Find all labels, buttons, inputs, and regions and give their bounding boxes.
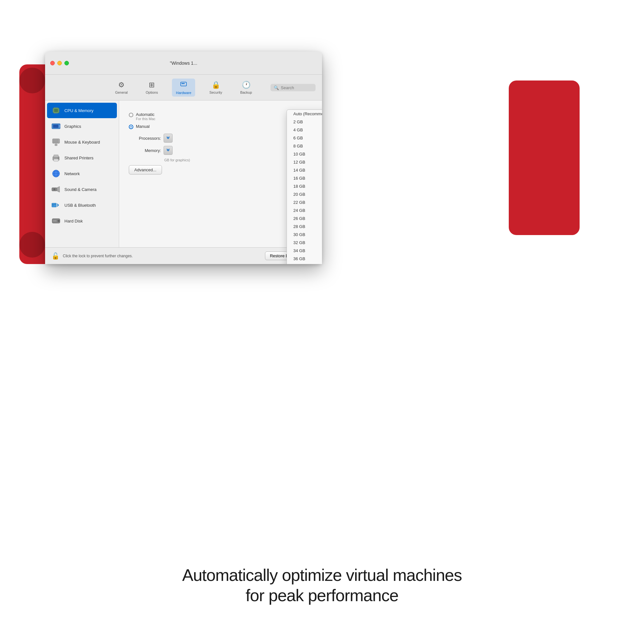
- toolbar-security-label: Security: [209, 90, 222, 94]
- toolbar-hardware-label: Hardware: [176, 91, 191, 95]
- search-input[interactable]: [281, 85, 312, 90]
- main-panel: Automatic For this Mac Manual Processors…: [119, 100, 322, 264]
- dropdown-item[interactable]: 4 GB: [287, 126, 322, 134]
- automatic-label: Automatic: [136, 112, 156, 117]
- dropdown-item[interactable]: 38 GB: [287, 263, 322, 264]
- memory-stepper[interactable]: [164, 146, 173, 155]
- svg-rect-18: [53, 125, 58, 128]
- toolbar-general[interactable]: ⚙ General: [111, 79, 131, 96]
- tagline: Automatically optimize virtual machines …: [0, 565, 644, 605]
- automatic-radio[interactable]: [129, 113, 133, 117]
- sidebar-item-sound[interactable]: Sound & Camera: [47, 182, 117, 197]
- usb-bluetooth-icon: [51, 200, 61, 210]
- memory-label: Memory:: [129, 148, 161, 153]
- dropdown-item[interactable]: 36 GB: [287, 255, 322, 263]
- decorative-red-right: [509, 81, 580, 235]
- sidebar-printers-label: Shared Printers: [64, 156, 93, 160]
- hard-disk-icon: [51, 216, 61, 226]
- sidebar-item-usb[interactable]: USB & Bluetooth: [47, 197, 117, 213]
- sidebar-usb-label: USB & Bluetooth: [64, 203, 96, 208]
- sidebar-cpu-label: CPU & Memory: [64, 108, 93, 113]
- svg-rect-44: [52, 205, 53, 206]
- sidebar-item-printers[interactable]: Shared Printers: [47, 150, 117, 166]
- decorative-circle-tl: [19, 68, 45, 93]
- svg-rect-4: [54, 109, 58, 112]
- dropdown-item[interactable]: 26 GB: [287, 214, 322, 223]
- svg-marker-40: [57, 186, 60, 192]
- dropdown-item[interactable]: 12 GB: [287, 158, 322, 166]
- sidebar-disk-label: Hard Disk: [64, 219, 83, 223]
- dropdown-item[interactable]: 30 GB: [287, 231, 322, 239]
- svg-rect-32: [54, 159, 58, 161]
- dropdown-item[interactable]: 24 GB: [287, 206, 322, 214]
- dropdown-item[interactable]: 6 GB: [287, 134, 322, 142]
- window-title: "Windows 1...: [50, 61, 317, 66]
- dropdown-item[interactable]: 18 GB: [287, 182, 322, 190]
- dropdown-item[interactable]: 32 GB: [287, 239, 322, 247]
- security-icon: 🔒: [212, 81, 220, 89]
- search-bar[interactable]: 🔍: [270, 84, 316, 91]
- search-icon: 🔍: [274, 85, 279, 90]
- toolbar-backup-label: Backup: [240, 90, 252, 94]
- dropdown-item[interactable]: 10 GB: [287, 150, 322, 158]
- printers-icon: [51, 153, 61, 163]
- toolbar: ⚙ General ⊞ Options Hardware 🔒 Security …: [45, 75, 322, 100]
- network-icon: [51, 168, 61, 179]
- sound-camera-icon: [51, 184, 61, 194]
- dropdown-item[interactable]: 16 GB: [287, 174, 322, 182]
- decorative-circle-bl: [19, 232, 45, 258]
- sidebar-sound-label: Sound & Camera: [64, 187, 97, 192]
- tagline-line2: for peak performance: [0, 585, 644, 605]
- sidebar-network-label: Network: [64, 171, 80, 176]
- svg-point-41: [53, 188, 55, 190]
- dropdown-item[interactable]: 20 GB: [287, 190, 322, 198]
- minimize-button[interactable]: [57, 61, 62, 65]
- toolbar-security[interactable]: 🔒 Security: [205, 79, 226, 96]
- processors-stepper[interactable]: [164, 134, 173, 143]
- sidebar-item-disk[interactable]: Hard Disk: [47, 213, 117, 229]
- svg-point-48: [58, 221, 59, 222]
- memory-dropdown[interactable]: Auto (Recommended)2 GB4 GB6 GB8 GB10 GB1…: [287, 109, 322, 264]
- sidebar-list: CPU & Memory Graphics: [45, 100, 119, 251]
- processors-label: Processors:: [129, 136, 161, 141]
- svg-rect-19: [59, 125, 60, 128]
- manual-option-row: Manual: [129, 124, 312, 129]
- dropdown-item[interactable]: 2 GB: [287, 118, 322, 126]
- tagline-line1: Automatically optimize virtual machines: [0, 565, 644, 585]
- backup-icon: 🕐: [242, 81, 251, 89]
- traffic-lights: [50, 61, 69, 65]
- sidebar-item-mouse[interactable]: Mouse & Keyboard: [47, 134, 117, 150]
- sidebar-item-cpu[interactable]: CPU & Memory: [47, 103, 117, 118]
- close-button[interactable]: [50, 61, 55, 65]
- dropdown-item[interactable]: 34 GB: [287, 247, 322, 255]
- maximize-button[interactable]: [64, 61, 69, 65]
- advanced-button[interactable]: Advanced...: [129, 165, 162, 175]
- dropdown-item[interactable]: Auto (Recommended): [287, 110, 322, 118]
- dropdown-item[interactable]: 8 GB: [287, 142, 322, 150]
- lock-icon[interactable]: 🔓: [52, 252, 60, 260]
- cpu-icon: [51, 105, 61, 116]
- sidebar: CPU & Memory Graphics: [45, 100, 119, 264]
- automatic-sub: For this Mac: [136, 117, 156, 121]
- mouse-keyboard-icon: [51, 137, 61, 147]
- graphics-icon: [51, 121, 61, 131]
- dropdown-item[interactable]: 22 GB: [287, 198, 322, 206]
- bottom-bar: 🔓 Click the lock to prevent further chan…: [45, 247, 322, 264]
- toolbar-backup[interactable]: 🕐 Backup: [236, 79, 256, 96]
- toolbar-options[interactable]: ⊞ Options: [142, 79, 162, 96]
- manual-label: Manual: [136, 124, 150, 129]
- svg-rect-1: [182, 83, 183, 84]
- toolbar-general-label: General: [115, 90, 128, 94]
- sidebar-item-graphics[interactable]: Graphics: [47, 118, 117, 134]
- svg-rect-45: [54, 204, 56, 205]
- content-area: CPU & Memory Graphics: [45, 100, 322, 264]
- manual-radio[interactable]: [129, 125, 133, 129]
- toolbar-hardware[interactable]: Hardware: [172, 79, 195, 97]
- lock-text: Click the lock to prevent further change…: [63, 254, 262, 258]
- sidebar-item-network[interactable]: Network: [47, 166, 117, 181]
- titlebar: "Windows 1...: [45, 52, 322, 75]
- svg-point-33: [58, 158, 59, 159]
- svg-rect-31: [54, 155, 58, 157]
- dropdown-item[interactable]: 14 GB: [287, 166, 322, 174]
- dropdown-item[interactable]: 28 GB: [287, 223, 322, 231]
